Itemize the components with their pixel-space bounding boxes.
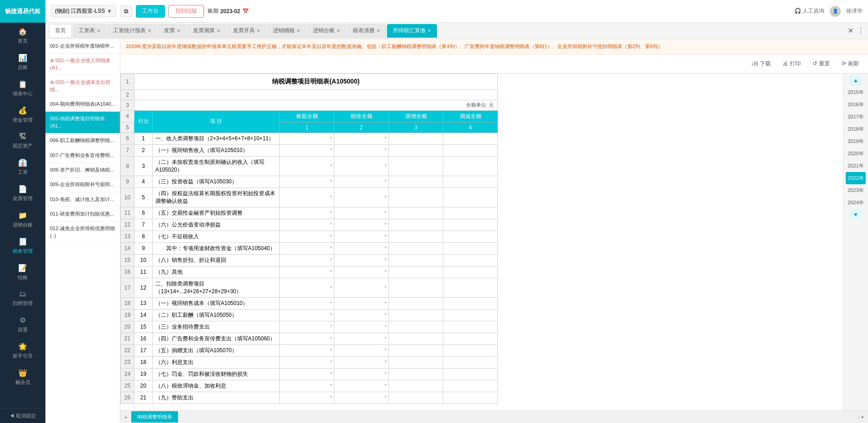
cell-col2[interactable]: *: [334, 392, 389, 403]
cell-col1[interactable]: *: [280, 219, 334, 231]
year-item-2024年[interactable]: 2024年: [846, 197, 866, 209]
doc-list-item-010[interactable]: 010-免税、减计收入及加计...: [45, 192, 120, 207]
tab-工资表[interactable]: 工资表✕: [73, 24, 106, 38]
cell-col1[interactable]: *: [280, 156, 334, 176]
doc-list-item-011[interactable]: 011-研发费用加计扣除优惠...: [45, 207, 120, 221]
cell-col4[interactable]: [443, 254, 498, 266]
download-button[interactable]: ↓⊟ 下载: [747, 58, 774, 69]
cell-col3[interactable]: [389, 380, 443, 392]
cell-col1[interactable]: *: [280, 254, 334, 266]
tab-close-icon[interactable]: ✕: [177, 28, 180, 33]
cell-col4[interactable]: [443, 309, 498, 321]
cell-col1[interactable]: *: [280, 368, 334, 380]
tab-发票开具[interactable]: 发票开具✕: [227, 24, 266, 38]
sheet-tab-纳税调整明细表[interactable]: 纳税调整明细表: [131, 411, 178, 423]
cell-col2[interactable]: *: [334, 156, 389, 176]
tab-进销台账[interactable]: 进销台账✕: [307, 24, 346, 38]
sidebar-item-报表中心[interactable]: 📋报表中心: [0, 75, 45, 102]
cell-col3[interactable]: [389, 266, 443, 278]
cell-col4[interactable]: [443, 242, 498, 254]
doc-list-item-009[interactable]: 009-企业所得税附补亏损明...: [45, 177, 120, 192]
cell-col4[interactable]: [443, 297, 498, 309]
tab-close-icon[interactable]: ✕: [377, 28, 380, 33]
cell-col1[interactable]: *: [280, 266, 334, 278]
cell-col3[interactable]: [389, 187, 443, 207]
cell-col2[interactable]: *: [334, 266, 389, 278]
cell-col4[interactable]: [443, 231, 498, 242]
doc-list-item-001[interactable]: 001-企业所得税年度纳税申...: [45, 39, 120, 54]
doc-list-item-007[interactable]: 007-广告费和业务宣传费明...: [45, 148, 120, 163]
cell-col2[interactable]: *: [334, 344, 389, 356]
cell-col3[interactable]: [389, 309, 443, 321]
year-item-2016年[interactable]: 2016年: [846, 98, 866, 111]
year-item-2017年[interactable]: 2017年: [846, 111, 866, 123]
sidebar-item-畅会员[interactable]: 👑畅会员: [0, 364, 45, 390]
cell-col3[interactable]: [389, 278, 443, 297]
doc-list-item-012[interactable]: 012-减免企业所得税优惠明细(..): [45, 221, 120, 243]
cell-col2[interactable]: *: [334, 309, 389, 321]
cell-col2[interactable]: *: [334, 219, 389, 231]
sidebar-item-首页[interactable]: 🏠首页: [0, 23, 45, 49]
year-item-2020年[interactable]: 2020年: [846, 148, 866, 160]
doc-list-item-006[interactable]: 006-职工薪酬纳税调整明细...: [45, 133, 120, 148]
sidebar-item-税务管理[interactable]: 🧾税务管理: [0, 233, 45, 259]
tab-所得税汇算缴[interactable]: 所得税汇算缴✕: [387, 24, 437, 38]
sidebar-item-进销台账[interactable]: 📁进销台账: [0, 207, 45, 233]
cell-col4[interactable]: [443, 278, 498, 297]
cell-col3[interactable]: [389, 321, 443, 333]
cell-col4[interactable]: [443, 176, 498, 187]
year-item-2019年[interactable]: 2019年: [846, 135, 866, 148]
scroll-left-icon[interactable]: ⁝: [858, 414, 860, 420]
tab-首页[interactable]: 首页: [49, 24, 72, 38]
cell-col1[interactable]: *: [280, 380, 334, 392]
refresh-button[interactable]: ⟳ 刷新: [838, 58, 863, 69]
cell-col2[interactable]: *: [334, 333, 389, 344]
cell-col1[interactable]: *: [280, 321, 334, 333]
tab-close-icon[interactable]: ✕: [297, 28, 300, 33]
sidebar-item-新手引导[interactable]: 🌟新手引导: [0, 338, 45, 364]
scroll-right-icon[interactable]: ▸: [862, 414, 864, 420]
cell-col4[interactable]: [443, 266, 498, 278]
cell-col4[interactable]: [443, 207, 498, 219]
tab-close-icon[interactable]: ✕: [427, 28, 431, 33]
cell-col1[interactable]: *: [280, 333, 334, 344]
cell-col3[interactable]: [389, 333, 443, 344]
doc-list-item-008[interactable]: 008-资产折旧、摊销及纳税...: [45, 163, 120, 177]
cell-col3[interactable]: [389, 219, 443, 231]
sidebar-item-固定资产[interactable]: 🏗固定资产: [0, 128, 45, 154]
cell-col3[interactable]: [389, 368, 443, 380]
cell-col1[interactable]: *: [280, 207, 334, 219]
year-item-2018年[interactable]: 2018年: [846, 123, 866, 135]
cell-col3[interactable]: [389, 144, 443, 156]
add-sheet-icon[interactable]: +: [124, 413, 128, 421]
company-selector[interactable]: (物副) 江西股室-LSS ▼: [51, 5, 116, 17]
reset-button[interactable]: ↺ 重置: [809, 58, 833, 69]
cell-col2[interactable]: *: [334, 133, 389, 144]
sidebar-item-设置[interactable]: ⚙设置: [0, 311, 45, 338]
cell-col2[interactable]: *: [334, 176, 389, 187]
more-icon[interactable]: ⋮: [857, 26, 864, 35]
cell-col4[interactable]: [443, 344, 498, 356]
copy-icon[interactable]: ⧉: [120, 5, 132, 17]
calendar-icon[interactable]: 📅: [242, 8, 249, 15]
cell-col1[interactable]: *: [280, 242, 334, 254]
tab-工资统计报表[interactable]: 工资统计报表✕: [107, 24, 157, 38]
unpin-sidebar-button[interactable]: ◀ 取消固定: [0, 408, 45, 423]
cell-col2[interactable]: *: [334, 144, 389, 156]
support-button[interactable]: 🎧 人工咨询: [794, 7, 824, 15]
cell-col2[interactable]: *: [334, 297, 389, 309]
year-scroll-down[interactable]: ▼: [849, 210, 862, 220]
spreadsheet-main[interactable]: 1 纳税调整项目明细表(A105000) 23全额单位: 元 4 行次 项 目 …: [120, 74, 843, 411]
sidebar-item-总账[interactable]: 📊总账: [0, 49, 45, 75]
doc-list-item-005[interactable]: 005-纳税调整项目明细表(A1...: [45, 112, 120, 133]
cell-col1[interactable]: *: [280, 176, 334, 187]
year-item-2021年[interactable]: 2021年: [846, 160, 866, 172]
cell-col2[interactable]: *: [334, 187, 389, 207]
tab-close-icon[interactable]: ✕: [257, 28, 260, 33]
cell-col1[interactable]: *: [280, 231, 334, 242]
cell-col1[interactable]: *: [280, 144, 334, 156]
cell-col3[interactable]: [389, 207, 443, 219]
year-item-2023年[interactable]: 2023年: [846, 184, 866, 197]
sidebar-item-工资[interactable]: 👔工资: [0, 154, 45, 180]
cell-col4[interactable]: [443, 321, 498, 333]
